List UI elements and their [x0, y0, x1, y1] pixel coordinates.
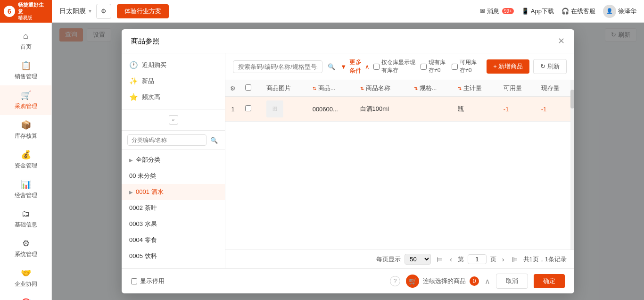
product-reference-modal: 商品参照 ✕ 🕐 近期购买 ✨ 新: [122, 29, 574, 293]
next-page-btn[interactable]: ›: [500, 255, 506, 264]
settings-icon[interactable]: ⚙: [96, 4, 111, 19]
table-row[interactable]: 1 图 000600... 白酒100ml: [225, 97, 574, 122]
cat-item-tea[interactable]: 0002 茶叶: [122, 200, 225, 216]
checkbox-warehouse[interactable]: 按仓库显示现有库存: [373, 58, 417, 75]
trial-btn[interactable]: 体验行业方案: [117, 4, 169, 18]
table-scroll[interactable]: ⚙ 商品图片 ⇅商品... ⇅商品名称 ⇅规格... ⇅主计量 可用量: [225, 80, 574, 122]
messages-btn[interactable]: ✉ 消息 99+: [480, 7, 514, 16]
cat-item-beverage[interactable]: 0005 饮料: [122, 248, 225, 264]
prev-page-btn[interactable]: ‹: [448, 255, 454, 264]
per-page-select[interactable]: 50 10 20 100: [405, 254, 431, 265]
online-service-btn[interactable]: 🎧 在线客服: [561, 7, 595, 16]
arrow-icon: ▶: [129, 158, 133, 163]
collapse-arrow-icon[interactable]: ∧: [485, 277, 490, 286]
right-panel: 🔍 ▼ 更多条件 ∧ 按仓库显示现有库存: [225, 53, 574, 268]
main-layout: ⌂ 首页 📋 销售管理 🛒 采购管理 📦 库存核算 💰 资金管理 📊 经营管理 …: [0, 23, 644, 300]
modal-close-icon[interactable]: ✕: [558, 36, 565, 46]
sales-icon: 📋: [21, 60, 31, 71]
modal-title: 商品参照: [131, 37, 159, 46]
category-search-row: 🔍: [122, 131, 225, 150]
confirm-btn[interactable]: 确定: [534, 274, 565, 288]
guide-icon: 🎯: [21, 298, 31, 300]
category-search-input[interactable]: [127, 134, 206, 146]
col-checkbox: [240, 80, 262, 97]
purchase-icon: 🛒: [21, 90, 31, 100]
content-area: 查询 设置 ↻ 刷新 商品参照 ✕: [52, 23, 644, 300]
per-page-label: 每页显示: [376, 255, 401, 264]
tab-high-frequency[interactable]: ⭐ 频次高: [122, 89, 225, 105]
sidebar-item-basic-info[interactable]: 🗂 基础信息: [0, 204, 51, 233]
category-search-btn[interactable]: 🔍: [208, 134, 219, 146]
cart-icon[interactable]: 🛒: [406, 275, 419, 288]
cat-item-all[interactable]: ▶ 全部分类: [122, 152, 225, 168]
cat-item-fruit[interactable]: 0003 水果: [122, 216, 225, 232]
modal-footer: 显示停用 ? 🛒 连续选择的商品 0 ∧ 取消 确定: [122, 268, 574, 293]
sidebar-item-guide[interactable]: 🎯 新手引导: [0, 293, 51, 300]
sidebar-item-purchase[interactable]: 🛒 采购管理: [0, 85, 51, 115]
row-checkbox[interactable]: [245, 105, 251, 111]
sidebar-item-system[interactable]: ⚙ 系统管理: [0, 233, 51, 263]
sidebar-item-enterprise[interactable]: 🤝 企业协同: [0, 263, 51, 293]
top-nav: 6 畅捷通好生意 精易版 日太阳膜 ▼ ⚙ 体验行业方案 ✉ 消息 99+ 📱 …: [0, 0, 644, 23]
headset-icon: 🎧: [561, 8, 569, 15]
refresh-btn[interactable]: ↻ 刷新: [533, 59, 567, 74]
cancel-btn[interactable]: 取消: [496, 274, 528, 289]
stock-nonzero-checkbox[interactable]: [421, 64, 427, 70]
row-name-cell: 白酒100ml: [355, 97, 409, 122]
select-all-checkbox[interactable]: [245, 84, 251, 91]
pagination-bar: 每页显示 50 10 20 100 ⊨ ‹ 第 页: [225, 250, 574, 268]
product-search-btn[interactable]: 🔍: [326, 59, 337, 74]
tab-new-products[interactable]: ✨ 新品: [122, 73, 225, 89]
cat-item-liquor[interactable]: ▶ 0001 酒水: [122, 184, 225, 200]
col-settings[interactable]: ⚙: [225, 80, 240, 97]
new-icon: ✨: [129, 77, 138, 85]
message-badge: 99+: [502, 8, 514, 14]
row-stock-cell: -1: [537, 97, 574, 122]
page-input[interactable]: [468, 254, 487, 264]
filter-icon: ▼: [340, 63, 347, 70]
inventory-icon: 📦: [21, 120, 31, 130]
app-download-btn[interactable]: 📱 App下载: [521, 7, 554, 16]
show-disabled-label[interactable]: 显示停用: [131, 277, 165, 285]
enterprise-icon: 🤝: [21, 268, 31, 278]
company-dropdown[interactable]: 日太阳膜 ▼: [59, 7, 92, 16]
nav-right: ✉ 消息 99+ 📱 App下载 🎧 在线客服 👤 徐泽华: [480, 5, 636, 18]
filter-btn[interactable]: ▼ 更多条件 ∧: [340, 58, 369, 75]
sidebar-item-business[interactable]: 📊 经营管理: [0, 175, 51, 204]
collapse-btn[interactable]: «: [169, 115, 178, 125]
left-panel: 🕐 近期购买 ✨ 新品 ⭐ 频次高: [122, 53, 225, 268]
business-icon: 📊: [21, 179, 31, 190]
cat-item-snack[interactable]: 0004 零食: [122, 232, 225, 248]
available-nonzero-checkbox[interactable]: [452, 64, 458, 70]
show-disabled-checkbox[interactable]: [131, 278, 137, 284]
scrollbar[interactable]: [570, 80, 574, 250]
col-unit-header: ⇅主计量: [453, 80, 498, 97]
checkbox-available-nonzero[interactable]: 可用库存≠0: [452, 58, 479, 75]
freq-icon: ⭐: [129, 93, 138, 101]
add-product-btn[interactable]: + 新增商品: [487, 59, 529, 74]
tab-recent-purchase[interactable]: 🕐 近期购买: [122, 57, 225, 73]
product-search-input[interactable]: [233, 60, 322, 73]
sidebar: ⌂ 首页 📋 销售管理 🛒 采购管理 📦 库存核算 💰 资金管理 📊 经营管理 …: [0, 23, 52, 300]
col-spec-header: ⇅规格...: [409, 80, 454, 97]
total-info: 共1页，1条记录: [523, 255, 567, 264]
sidebar-item-sales[interactable]: 📋 销售管理: [0, 56, 51, 85]
sidebar-item-inventory[interactable]: 📦 库存核算: [0, 115, 51, 145]
sidebar-item-home[interactable]: ⌂ 首页: [0, 26, 51, 56]
help-icon[interactable]: ?: [390, 276, 400, 286]
last-page-btn[interactable]: ⊫: [510, 255, 520, 264]
cat-item-uncategorized[interactable]: 00 未分类: [122, 168, 225, 184]
table-area: ⚙ 商品图片 ⇅商品... ⇅商品名称 ⇅规格... ⇅主计量 可用量: [225, 80, 574, 250]
row-code-cell: 000600...: [308, 97, 355, 122]
checkbox-stock-nonzero[interactable]: 现有库存≠0: [421, 58, 448, 75]
user-menu[interactable]: 👤 徐泽华: [603, 5, 636, 18]
first-page-btn[interactable]: ⊨: [435, 255, 444, 264]
cat-item-water[interactable]: 0008 水: [122, 264, 225, 268]
warehouse-checkbox[interactable]: [373, 64, 380, 70]
arrow-active-icon: ▶: [129, 190, 133, 195]
sidebar-item-finance[interactable]: 💰 资金管理: [0, 145, 51, 175]
modal-body: 🕐 近期购买 ✨ 新品 ⭐ 频次高: [122, 53, 574, 268]
col-stock-header: 现存量: [537, 80, 574, 97]
scrollbar-thumb[interactable]: [570, 90, 574, 108]
modal-overlay: 商品参照 ✕ 🕐 近期购买 ✨ 新: [52, 23, 644, 300]
